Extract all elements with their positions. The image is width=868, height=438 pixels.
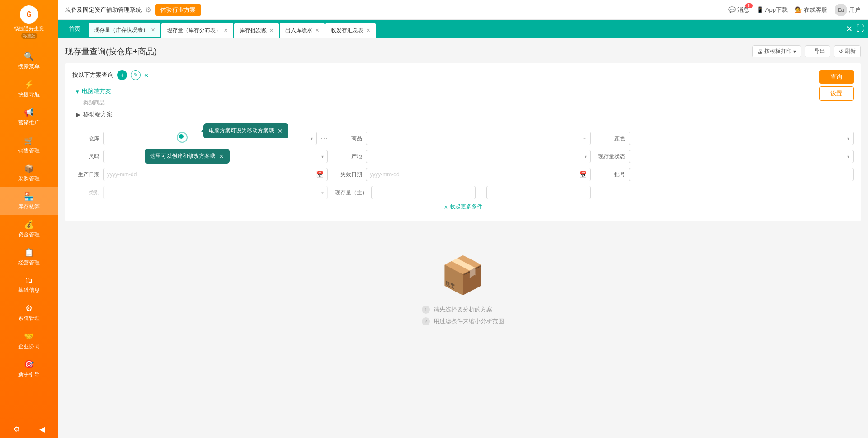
app-name: 畅捷通好生意: [14, 25, 44, 32]
tab-inventory-status[interactable]: 现存量（库存状况表） ✕: [89, 23, 160, 38]
search-icon: 🔍: [24, 52, 34, 61]
tab-inout-flow[interactable]: 出入库流水 ✕: [280, 23, 325, 38]
inventory-main-dash: —: [477, 188, 485, 197]
service-icon: 💁: [795, 6, 802, 13]
production-date-label: 生产日期: [72, 171, 99, 179]
fullscreen-icon[interactable]: ⛶: [856, 24, 864, 34]
category-select[interactable]: ▾: [103, 186, 328, 199]
sidebar-item-marketing[interactable]: 📢 营销推广: [0, 103, 58, 131]
top-header: 装备及固定资产辅助管理系统 ⚙ 体验行业方案 💬 消息 6 📱 App下载 💁 …: [58, 0, 868, 20]
finance-icon: 💰: [24, 220, 34, 230]
online-service-item[interactable]: 💁 在线客服: [795, 6, 827, 14]
app-download-item[interactable]: 📱 App下载: [756, 6, 788, 14]
system-icon: ⚙: [25, 303, 33, 313]
expiry-date-placeholder: yyyy-mm-dd: [370, 171, 399, 178]
sidebar-item-quick-nav[interactable]: ⚡ 快捷导航: [0, 75, 58, 103]
filter-row-inventory-main: 现存量（主） —: [335, 186, 590, 199]
filter-arrow-button[interactable]: «: [144, 71, 148, 79]
scheme-desktop-label: 电脑端方案: [82, 87, 111, 95]
sidebar-item-finance[interactable]: 💰 资金管理: [0, 215, 58, 243]
search-button[interactable]: 查询: [819, 70, 854, 84]
filter-add-button[interactable]: +: [117, 70, 127, 80]
sidebar-item-system[interactable]: ⚙ 系统管理: [0, 299, 58, 327]
tab-close-icon-3[interactable]: ✕: [315, 28, 319, 33]
goods-select[interactable]: ⋯: [366, 132, 590, 145]
collapse-sidebar-icon[interactable]: ◀: [39, 425, 45, 433]
tab-close-icon-4[interactable]: ✕: [366, 28, 370, 33]
collapse-bar[interactable]: ∧ 收起更多条件: [72, 199, 854, 214]
tooltip-1-close[interactable]: ✕: [278, 127, 283, 135]
print-button[interactable]: 🖨 按模板打印 ▾: [752, 45, 801, 57]
filter-header-label: 按以下方案查询: [72, 71, 113, 79]
category-select-arrow: ▾: [321, 190, 324, 195]
inventory-main-min-input[interactable]: [371, 186, 476, 199]
tab-close-icon-0[interactable]: ✕: [151, 27, 155, 33]
tab-summary[interactable]: 收发存汇总表 ✕: [326, 23, 376, 38]
sidebar-item-guide[interactable]: 🎯 新手引导: [0, 355, 58, 383]
filter-edit-button[interactable]: ✎: [131, 70, 141, 80]
tab-inventory-status-label: 现存量（库存状况表）: [94, 26, 148, 34]
tab-close-icon-1[interactable]: ✕: [224, 28, 228, 33]
online-service-label: 在线客服: [804, 6, 827, 14]
expiry-date-input[interactable]: yyyy-mm-dd 📅: [366, 168, 590, 181]
export-button[interactable]: ↑ 导出: [805, 45, 830, 57]
tooltip-2-close[interactable]: ✕: [219, 153, 224, 160]
tab-bar-actions: ✕ ⛶: [846, 24, 864, 34]
warehouse-more-icon[interactable]: ⋯: [321, 134, 328, 143]
inventory-main-max-input[interactable]: [486, 186, 591, 199]
scheme-mobile[interactable]: ▶ 移动端方案: [72, 108, 854, 120]
tab-home[interactable]: 首页: [61, 20, 88, 38]
sidebar-item-inventory[interactable]: 🏪 库存核算: [0, 187, 58, 215]
sidebar-item-basic[interactable]: 🗂 基础信息: [0, 271, 58, 299]
filter-action-buttons: 查询 设置: [819, 70, 854, 101]
scheme-mobile-label: 移动端方案: [83, 110, 113, 118]
setting-button[interactable]: 设置: [819, 86, 854, 101]
sidebar-item-operation[interactable]: 📋 经营管理: [0, 243, 58, 271]
filter-area-inner: 按以下方案查询 + ✎ « ▾ 电脑端方案 类别商品 ▶: [72, 70, 854, 214]
origin-select[interactable]: ▾: [366, 150, 590, 163]
sidebar-item-enterprise[interactable]: 🤝 企业协同: [0, 327, 58, 355]
color-label: 颜色: [598, 135, 625, 142]
tab-inventory-distribution-label: 现存量（库存分布表）: [167, 27, 221, 34]
inventory-status-select[interactable]: ▾: [629, 150, 854, 163]
notice-item[interactable]: 💬 消息 6: [728, 6, 749, 14]
sidebar-item-search[interactable]: 🔍 搜索菜单: [0, 47, 58, 75]
production-date-input[interactable]: yyyy-mm-dd 📅: [103, 168, 328, 181]
goods-label: 商品: [335, 135, 362, 142]
filter-row-inventory-status: 现存量状态 ▾: [598, 150, 854, 163]
refresh-button[interactable]: ↺ 刷新: [834, 45, 861, 57]
expiry-date-label: 失效日期: [335, 171, 362, 179]
header-left: 装备及固定资产辅助管理系统 ⚙ 体验行业方案: [65, 4, 201, 16]
sidebar: 6 畅捷通好生意 标准版 🔍 搜索菜单 ⚡ 快捷导航 📢 营销推广 🛒 销售管理…: [0, 0, 58, 438]
sidebar-item-purchase[interactable]: 📦 采购管理: [0, 159, 58, 187]
size-select-arrow: ▾: [321, 154, 324, 159]
filter-rows-4: 类别 ▾ 现存量（主） —: [72, 186, 854, 199]
settings-bottom-icon[interactable]: ⚙: [14, 425, 20, 433]
collapse-label: 收起更多条件: [450, 203, 482, 211]
scheme-desktop[interactable]: ▾ 电脑端方案: [72, 85, 854, 97]
tab-close-icon-2[interactable]: ✕: [269, 28, 274, 33]
header-right: 💬 消息 6 📱 App下载 💁 在线客服 Ea 用户: [728, 4, 861, 16]
batch-input[interactable]: [629, 168, 854, 181]
sidebar-item-sales[interactable]: 🛒 销售管理: [0, 131, 58, 159]
tooltip-2-text: 这里可以创建和修改方案哦: [150, 152, 215, 160]
trial-button[interactable]: 体验行业方案: [155, 4, 201, 16]
warehouse-label: 仓库: [72, 135, 99, 142]
production-date-calendar-icon[interactable]: 📅: [316, 171, 324, 178]
system-setting-icon[interactable]: ⚙: [145, 5, 151, 14]
close-all-tabs-icon[interactable]: ✕: [846, 24, 853, 34]
user-label: 用户: [849, 6, 861, 14]
scheme-desktop-sub1[interactable]: 类别商品: [72, 97, 854, 108]
quick-nav-icon: ⚡: [24, 80, 34, 89]
filter-area: 按以下方案查询 + ✎ « ▾ 电脑端方案 类别商品 ▶: [65, 63, 861, 221]
user-item[interactable]: Ea 用户: [835, 4, 861, 16]
tab-inventory-distribution[interactable]: 现存量（库存分布表） ✕: [161, 23, 233, 38]
batch-label: 批号: [598, 171, 625, 179]
expiry-date-calendar-icon[interactable]: 📅: [579, 171, 587, 178]
step-2-number: 2: [422, 317, 430, 325]
empty-state: 📦 1 请先选择要分析的方案 2 用过滤条件来缩小分析范围: [65, 227, 861, 354]
tab-batch-account[interactable]: 库存批次账 ✕: [234, 23, 279, 38]
color-select[interactable]: ▾: [629, 132, 854, 145]
mobile-icon: 📱: [756, 6, 764, 13]
inventory-main-label: 现存量（主）: [335, 189, 368, 197]
